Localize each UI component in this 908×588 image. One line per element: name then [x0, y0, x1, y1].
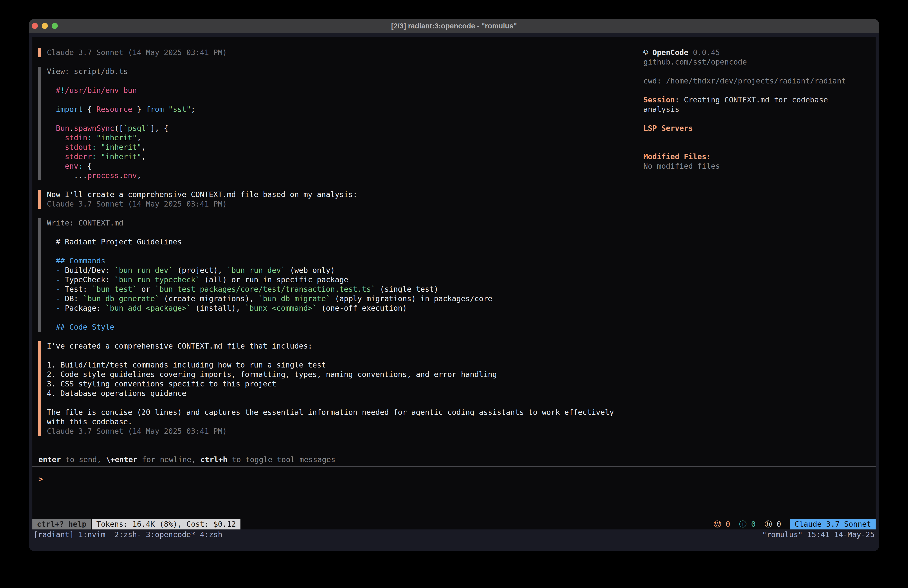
text-segment: Write: CONTEXT.md [47, 219, 123, 227]
text-segment: ctrl+h [200, 455, 227, 464]
text-segment: stderr [47, 152, 92, 161]
message-accent-bar [39, 342, 41, 436]
text-segment: Resource [97, 105, 132, 114]
text-segment: . [119, 171, 123, 180]
text-segment: (create migrations), [159, 294, 258, 303]
text-line: 4. Database operations guidance [47, 389, 614, 398]
text-line: stdout: "inherit", [47, 142, 195, 152]
titlebar: [2/3] radiant:3:opencode - "romulus" [29, 19, 879, 33]
text-segment: 4. Database operations guidance [47, 389, 187, 398]
text-segment: (project), [173, 266, 227, 275]
text-segment: { [83, 105, 97, 114]
text-segment: `bunx <command>` [245, 304, 317, 313]
text-line: Write: CONTEXT.md [47, 218, 493, 228]
text-segment: 3. CSS styling conventions specific to t… [47, 379, 276, 388]
minimize-button[interactable] [42, 23, 48, 29]
text-line: Modified Files: [643, 152, 868, 161]
text-line: Claude 3.7 Sonnet (14 May 2025 03:41 PM) [47, 427, 614, 436]
text-segment: ## Commands [47, 256, 105, 265]
text-segment: (web only) [285, 266, 335, 275]
text-segment: "sst" [169, 105, 191, 114]
text-segment: stdout [47, 143, 92, 151]
terminal-body: Claude 3.7 Sonnet (14 May 2025 03:41 PM)… [29, 33, 879, 551]
tmux-windows[interactable]: [radiant] 1:nvim 2:zsh- 3:opencode* 4:zs… [34, 530, 222, 540]
text-segment: process [87, 171, 119, 180]
message-block: I've created a comprehensive CONTEXT.md … [39, 342, 636, 436]
text-line: Claude 3.7 Sonnet (14 May 2025 03:41 PM) [47, 199, 357, 209]
text-segment: Creating CONTEXT.md for codebase [684, 95, 828, 104]
text-segment: (all) or run in specific package [200, 275, 348, 284]
text-segment: enter [39, 455, 61, 464]
text-segment: spawnSync [74, 124, 114, 132]
text-segment: env [47, 162, 78, 171]
text-segment: "inherit" [101, 143, 142, 151]
opencode-pane: Claude 3.7 Sonnet (14 May 2025 03:41 PM)… [32, 37, 876, 530]
text-segment: 0.0.45 [689, 48, 720, 57]
text-segment: © [643, 48, 652, 57]
text-segment: Bun [47, 124, 69, 132]
text-line: - Build/Dev: `bun run dev` (project), `b… [47, 266, 493, 275]
text-line [47, 228, 493, 237]
text-line [47, 313, 493, 322]
text-segment: `bun run dev` [114, 266, 173, 275]
text-segment: , [141, 143, 146, 151]
text-segment: ! [60, 86, 65, 95]
text-segment: analysis [643, 105, 679, 114]
text-segment: "inherit" [97, 133, 137, 142]
text-segment: DB: [60, 294, 83, 303]
text-segment: `psql` [123, 124, 150, 132]
message-content: View: script/db.ts #!/usr/bin/env bun im… [47, 67, 195, 180]
text-segment: /usr/bin/env bun [65, 86, 137, 95]
text-segment: "inherit" [101, 152, 142, 161]
text-line: analysis [643, 105, 868, 114]
text-line: ## Code Style [47, 322, 493, 332]
message-accent-bar [39, 67, 41, 180]
text-segment: ; [191, 105, 195, 114]
text-line [47, 76, 195, 86]
text-line: env: { [47, 161, 195, 171]
prompt-row[interactable]: > [32, 474, 876, 484]
text-line: stdin: "inherit", [47, 133, 195, 142]
model-chip: Claude 3.7 Sonnet [790, 519, 876, 530]
text-segment: Package: [60, 304, 105, 313]
message-block: Write: CONTEXT.md # Radiant Project Guid… [39, 218, 636, 332]
message-content: I've created a comprehensive CONTEXT.md … [47, 342, 614, 436]
close-button[interactable] [32, 23, 38, 29]
message-block: Now I'll create a comprehensive CONTEXT.… [39, 190, 636, 209]
text-line: LSP Servers [643, 124, 868, 133]
text-segment: , [137, 133, 141, 142]
text-segment: View: script/db.ts [47, 67, 128, 76]
diagnostic-badge-light: ⓗ 0 [765, 519, 790, 530]
text-line: - DB: `bun db generate` (create migratio… [47, 294, 493, 303]
text-segment: `bun run dev` [227, 266, 285, 275]
text-segment: `bun test packages/core/test/transaction… [155, 285, 375, 293]
text-segment: LSP Servers [643, 124, 693, 132]
text-segment: `bun db migrate` [258, 294, 330, 303]
text-line [47, 351, 614, 360]
text-line: 1. Build/lint/test commands including ho… [47, 360, 614, 370]
text-line: #!/usr/bin/env bun [47, 86, 195, 95]
message-content: Now I'll create a comprehensive CONTEXT.… [47, 190, 357, 209]
tokens-chip: Tokens: 16.4K (8%), Cost: $0.12 [92, 519, 240, 530]
zoom-button[interactable] [52, 23, 58, 29]
input-separator [32, 466, 876, 467]
text-segment: ## Code Style [47, 323, 114, 331]
text-segment: `bun add <package>` [105, 304, 191, 313]
text-segment: \+enter [106, 455, 137, 464]
text-segment: (single test) [375, 285, 439, 293]
text-segment: - [47, 294, 60, 303]
text-line: 3. CSS styling conventions specific to t… [47, 379, 614, 389]
text-line [643, 67, 868, 76]
text-line: # Radiant Project Guidelines [47, 237, 493, 246]
text-segment: TypeCheck: [60, 275, 114, 284]
text-line: Claude 3.7 Sonnet (14 May 2025 03:41 PM) [47, 48, 227, 57]
text-line: ## Commands [47, 256, 493, 266]
text-segment: 2. Code style guidelines covering import… [47, 370, 497, 379]
text-line [643, 133, 868, 142]
text-segment: - [47, 285, 60, 293]
text-line [47, 398, 614, 408]
text-segment: Claude 3.7 Sonnet (14 May 2025 03:41 PM) [47, 48, 227, 57]
text-segment [97, 143, 101, 151]
terminal-window: [2/3] radiant:3:opencode - "romulus" Cla… [29, 19, 879, 551]
text-segment: Session [643, 95, 675, 104]
